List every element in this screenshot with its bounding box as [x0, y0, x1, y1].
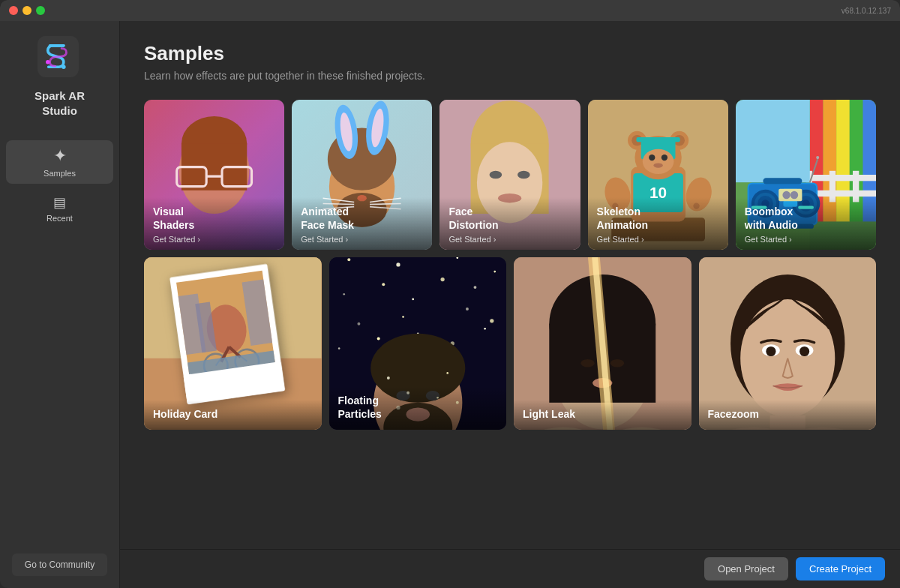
sidebar-item-samples[interactable]: ✦ Samples — [6, 140, 113, 184]
card-overlay-boombox: Boomboxwith Audio Get Started › — [736, 197, 876, 250]
card-animated-face-mask[interactable]: AnimatedFace Mask Get Started › — [292, 100, 432, 250]
sidebar-label-recent: Recent — [46, 214, 73, 223]
card-light-leak[interactable]: Light Leak — [514, 257, 692, 430]
card-title-visual-shaders: VisualShaders — [153, 205, 275, 232]
app-logo — [38, 36, 82, 81]
svg-point-115 — [357, 322, 360, 326]
card-overlay-particles: FloatingParticles — [329, 386, 507, 430]
svg-point-118 — [490, 319, 494, 322]
sidebar: Spark AR Studio ✦ Samples ▤ Recent Go to… — [0, 21, 120, 588]
maximize-button[interactable] — [36, 6, 45, 15]
close-button[interactable] — [9, 6, 18, 15]
svg-rect-43 — [636, 137, 680, 142]
titlebar: v68.1.0.12.137 — [0, 0, 900, 21]
samples-grid-bottom: Holiday Card — [144, 257, 876, 430]
card-overlay-skeleton: SkeletonAnimation Get Started › — [588, 197, 728, 250]
svg-point-112 — [440, 278, 444, 281]
svg-point-130 — [386, 376, 389, 380]
svg-point-117 — [465, 308, 468, 310]
card-face-distortion[interactable]: FaceDistortion Get Started › — [440, 100, 580, 250]
svg-point-114 — [494, 271, 496, 273]
svg-rect-63 — [736, 100, 810, 182]
card-title-holiday: Holiday Card — [153, 407, 313, 421]
app-body: Spark AR Studio ✦ Samples ▤ Recent Go to… — [0, 21, 900, 588]
card-title-face-distortion: FaceDistortion — [448, 205, 571, 232]
card-cta-face-distortion: Get Started › — [448, 235, 571, 244]
card-title-skeleton: SkeletonAnimation — [597, 205, 719, 232]
sidebar-bottom: Go to Community — [0, 542, 119, 588]
minimize-button[interactable] — [22, 6, 32, 15]
svg-point-109 — [343, 293, 345, 296]
card-overlay-facezoom: Facezoom — [699, 400, 877, 430]
card-overlay-holiday: Holiday Card — [144, 400, 322, 430]
card-overlay-light-leak: Light Leak — [514, 400, 692, 430]
sidebar-app-name: Spark AR Studio — [34, 88, 85, 118]
main-content: Samples Learn how effects are put togeth… — [120, 21, 900, 588]
svg-point-119 — [338, 347, 340, 350]
version-label: v68.1.0.12.137 — [842, 7, 891, 15]
card-cta-boombox: Get Started › — [745, 235, 867, 244]
sidebar-label-samples: Samples — [44, 169, 76, 178]
card-overlay-visual-shaders: VisualShaders Get Started › — [144, 197, 284, 250]
card-facezoom[interactable]: Facezoom — [699, 257, 877, 430]
card-cta-skeleton: Get Started › — [597, 235, 719, 244]
card-boombox[interactable]: Boomboxwith Audio Get Started › — [736, 100, 876, 250]
traffic-lights — [9, 6, 45, 15]
card-floating-particles[interactable]: FloatingParticles — [329, 257, 507, 430]
bottom-bar: Open Project Create Project — [120, 549, 900, 588]
svg-point-131 — [446, 372, 448, 374]
open-project-button[interactable]: Open Project — [704, 557, 788, 580]
sidebar-navigation: ✦ Samples ▤ Recent — [0, 140, 119, 229]
card-holiday-card[interactable]: Holiday Card — [144, 257, 322, 430]
create-project-button[interactable]: Create Project — [796, 557, 885, 580]
card-cta-face-mask: Get Started › — [301, 235, 423, 244]
svg-point-103 — [347, 258, 350, 261]
svg-point-45 — [649, 154, 655, 160]
svg-point-2 — [62, 65, 66, 70]
svg-point-105 — [396, 262, 400, 266]
svg-point-83 — [816, 156, 819, 159]
svg-point-46 — [661, 154, 667, 160]
svg-point-123 — [484, 328, 486, 330]
page-title: Samples — [144, 42, 876, 65]
svg-point-116 — [402, 316, 404, 318]
svg-point-110 — [382, 283, 385, 286]
svg-rect-80 — [763, 178, 802, 184]
card-title-facezoom: Facezoom — [708, 407, 868, 421]
go-to-community-button[interactable]: Go to Community — [12, 554, 107, 576]
svg-point-141 — [610, 359, 624, 368]
card-title-boombox: Boomboxwith Audio — [745, 205, 867, 232]
card-visual-shaders[interactable]: VisualShaders Get Started › — [144, 100, 284, 250]
recent-icon: ▤ — [53, 194, 66, 211]
page-subtitle: Learn how effects are put together in th… — [144, 70, 876, 82]
sidebar-item-recent[interactable]: ▤ Recent — [6, 188, 113, 229]
svg-point-29 — [490, 171, 502, 178]
card-skeleton-animation[interactable]: 10 — [588, 100, 728, 250]
svg-rect-58 — [802, 175, 876, 181]
samples-scroll: Samples Learn how effects are put togeth… — [144, 42, 876, 475]
svg-point-155 — [766, 346, 776, 356]
card-title-face-mask: AnimatedFace Mask — [301, 205, 423, 232]
svg-point-120 — [376, 337, 380, 340]
svg-point-140 — [580, 359, 594, 368]
samples-icon: ✦ — [53, 146, 67, 166]
svg-point-156 — [800, 346, 809, 356]
svg-point-111 — [412, 298, 414, 301]
svg-point-30 — [518, 171, 530, 178]
svg-point-44 — [642, 149, 674, 174]
card-overlay-face-distortion: FaceDistortion Get Started › — [440, 197, 580, 250]
card-cta-visual-shaders: Get Started › — [153, 235, 275, 244]
svg-point-113 — [473, 286, 476, 289]
card-title-light-leak: Light Leak — [523, 407, 682, 421]
svg-point-47 — [653, 163, 662, 167]
card-title-particles: FloatingParticles — [338, 394, 498, 421]
card-overlay-face-mask: AnimatedFace Mask Get Started › — [292, 197, 432, 250]
samples-grid-top: VisualShaders Get Started › — [144, 100, 876, 250]
